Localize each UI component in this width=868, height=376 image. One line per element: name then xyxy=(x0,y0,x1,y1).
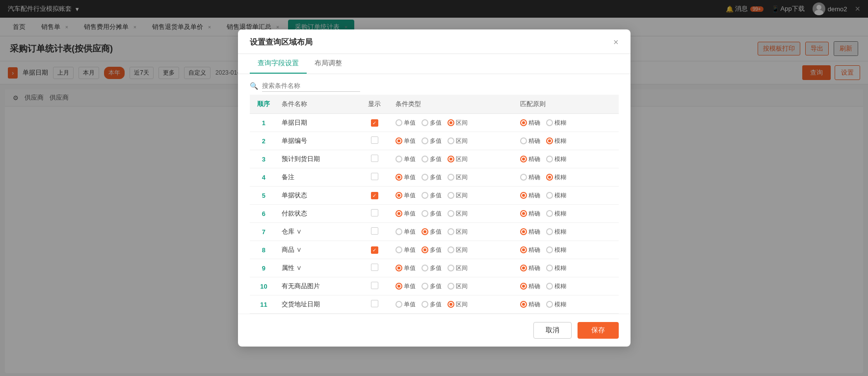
radio-type-单值[interactable]: 单值 xyxy=(395,282,416,291)
radio-match-精确[interactable]: 精确 xyxy=(520,137,540,145)
radio-match-模糊[interactable]: 模糊 xyxy=(546,228,566,236)
radio-match-精确[interactable]: 精确 xyxy=(520,228,540,236)
radio-type-区间[interactable]: 区间 xyxy=(447,228,468,236)
radio-type-多值[interactable]: 多值 xyxy=(421,300,442,309)
row-show-checkbox[interactable] xyxy=(357,168,391,187)
radio-match-精确[interactable]: 精确 xyxy=(520,210,540,218)
row-show-checkbox[interactable] xyxy=(357,150,391,168)
radio-match-精确[interactable]: 精确 xyxy=(520,173,540,182)
checkbox[interactable]: ✓ xyxy=(371,192,378,199)
save-button[interactable]: 保存 xyxy=(578,322,619,339)
dialog-close-button[interactable]: × xyxy=(613,37,619,54)
checkbox[interactable] xyxy=(371,300,378,307)
radio-type-多值[interactable]: 多值 xyxy=(421,210,442,218)
radio-match-精确[interactable]: 精确 xyxy=(520,282,540,291)
row-show-checkbox[interactable]: ✓ xyxy=(357,187,391,205)
radio-match-精确[interactable]: 精确 xyxy=(520,191,540,200)
radio-type-区间[interactable]: 区间 xyxy=(447,119,468,127)
cancel-button[interactable]: 取消 xyxy=(533,322,572,339)
row-show-checkbox[interactable]: ✓ xyxy=(357,114,391,132)
checkbox[interactable] xyxy=(371,173,378,180)
radio-match-模糊[interactable]: 模糊 xyxy=(546,210,566,218)
radio-circle-icon xyxy=(421,283,428,290)
radio-type-单值[interactable]: 单值 xyxy=(395,119,416,127)
radio-circle-icon xyxy=(520,156,527,162)
radio-type-单值[interactable]: 单值 xyxy=(395,173,416,182)
row-name: 有无商品图片 xyxy=(278,277,357,295)
radio-match-模糊[interactable]: 模糊 xyxy=(546,191,566,200)
row-show-checkbox[interactable] xyxy=(357,277,391,295)
row-show-checkbox[interactable] xyxy=(357,295,391,314)
radio-type-区间[interactable]: 区间 xyxy=(447,210,468,218)
checkbox[interactable] xyxy=(371,264,378,271)
search-input[interactable] xyxy=(262,80,360,92)
radio-match-精确[interactable]: 精确 xyxy=(520,300,540,309)
radio-match-模糊[interactable]: 模糊 xyxy=(546,282,566,291)
radio-type-多值[interactable]: 多值 xyxy=(421,155,442,163)
radio-type-单值[interactable]: 单值 xyxy=(395,264,416,272)
row-show-checkbox[interactable] xyxy=(357,223,391,241)
radio-type-多值[interactable]: 多值 xyxy=(421,264,442,272)
checkbox[interactable] xyxy=(371,282,378,289)
radio-type-区间[interactable]: 区间 xyxy=(447,155,468,163)
radio-type-单值[interactable]: 单值 xyxy=(395,155,416,163)
radio-match-模糊[interactable]: 模糊 xyxy=(546,137,566,145)
radio-label: 多值 xyxy=(430,228,442,236)
checkbox[interactable] xyxy=(371,209,378,216)
radio-type-区间[interactable]: 区间 xyxy=(447,246,468,254)
radio-match-精确[interactable]: 精确 xyxy=(520,155,540,163)
radio-type-多值[interactable]: 多值 xyxy=(421,191,442,200)
radio-match-模糊[interactable]: 模糊 xyxy=(546,173,566,182)
radio-label: 区间 xyxy=(456,246,468,254)
radio-type-多值[interactable]: 多值 xyxy=(421,228,442,236)
radio-type-区间[interactable]: 区间 xyxy=(447,191,468,200)
radio-type-多值[interactable]: 多值 xyxy=(421,137,442,145)
radio-type-单值[interactable]: 单值 xyxy=(395,228,416,236)
modal-overlay[interactable]: 设置查询区域布局 × 查询字段设置 布局调整 🔍 顺序 条件名称 显示 条件类型 xyxy=(0,0,868,376)
radio-circle-icon xyxy=(520,283,527,290)
radio-circle-icon xyxy=(520,192,527,199)
radio-match-模糊[interactable]: 模糊 xyxy=(546,119,566,127)
row-order: 9 xyxy=(250,259,278,277)
radio-match-模糊[interactable]: 模糊 xyxy=(546,155,566,163)
checkbox[interactable]: ✓ xyxy=(371,119,378,127)
checkbox[interactable] xyxy=(371,227,378,235)
radio-type-单值[interactable]: 单值 xyxy=(395,137,416,145)
radio-circle-icon xyxy=(421,265,428,271)
radio-match-模糊[interactable]: 模糊 xyxy=(546,300,566,309)
radio-type-多值[interactable]: 多值 xyxy=(421,246,442,254)
checkbox[interactable] xyxy=(371,155,378,162)
radio-match-精确[interactable]: 精确 xyxy=(520,264,540,272)
dialog-tab-layout[interactable]: 布局调整 xyxy=(307,54,350,74)
radio-type-单值[interactable]: 单值 xyxy=(395,191,416,200)
radio-circle-icon xyxy=(395,283,402,290)
radio-type-单值[interactable]: 单值 xyxy=(395,300,416,309)
row-type: 单值多值区间 xyxy=(392,241,517,259)
radio-match-精确[interactable]: 精确 xyxy=(520,119,540,127)
checkbox[interactable] xyxy=(371,136,378,144)
radio-type-区间[interactable]: 区间 xyxy=(447,282,468,291)
row-show-checkbox[interactable] xyxy=(357,205,391,223)
row-show-checkbox[interactable] xyxy=(357,259,391,277)
checkbox[interactable]: ✓ xyxy=(371,246,378,254)
radio-type-区间[interactable]: 区间 xyxy=(447,173,468,182)
row-match: 精确模糊 xyxy=(516,223,618,241)
radio-type-单值[interactable]: 单值 xyxy=(395,210,416,218)
row-show-checkbox[interactable] xyxy=(357,132,391,150)
radio-circle-icon xyxy=(395,210,402,217)
radio-circle-icon xyxy=(447,119,454,126)
radio-type-区间[interactable]: 区间 xyxy=(447,300,468,309)
radio-type-单值[interactable]: 单值 xyxy=(395,246,416,254)
row-show-checkbox[interactable]: ✓ xyxy=(357,241,391,259)
radio-type-区间[interactable]: 区间 xyxy=(447,264,468,272)
radio-match-模糊[interactable]: 模糊 xyxy=(546,246,566,254)
dialog-tab-fields[interactable]: 查询字段设置 xyxy=(250,54,307,74)
radio-type-多值[interactable]: 多值 xyxy=(421,282,442,291)
radio-match-模糊[interactable]: 模糊 xyxy=(546,264,566,272)
radio-type-区间[interactable]: 区间 xyxy=(447,137,468,145)
radio-label: 模糊 xyxy=(554,119,566,127)
radio-match-精确[interactable]: 精确 xyxy=(520,246,540,254)
radio-type-多值[interactable]: 多值 xyxy=(421,119,442,127)
radio-type-多值[interactable]: 多值 xyxy=(421,173,442,182)
radio-circle-icon xyxy=(421,174,428,181)
